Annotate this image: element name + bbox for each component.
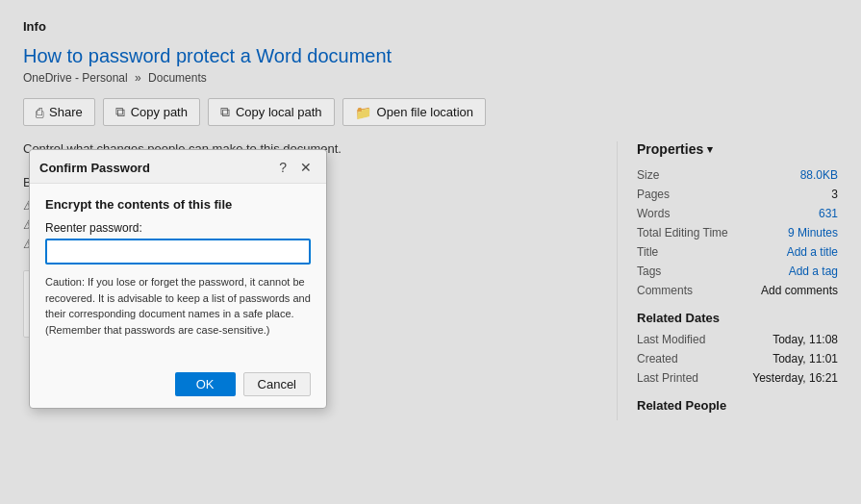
dialog-close-button[interactable]: ✕: [295, 158, 317, 177]
dialog-overlay: Confirm Password ? ✕ Encrypt the content…: [0, 0, 861, 504]
confirm-password-dialog: Confirm Password ? ✕ Encrypt the content…: [29, 149, 327, 409]
dialog-section-title: Encrypt the contents of this file: [45, 197, 311, 212]
dialog-body: Encrypt the contents of this file Reente…: [30, 184, 326, 365]
password-field-label: Reenter password:: [45, 221, 311, 235]
dialog-titlebar-buttons: ? ✕: [274, 158, 317, 177]
reenter-password-input[interactable]: [45, 239, 311, 265]
dialog-cancel-button[interactable]: Cancel: [243, 372, 311, 396]
dialog-ok-button[interactable]: OK: [175, 372, 236, 396]
dialog-help-button[interactable]: ?: [274, 158, 291, 177]
dialog-caution-text: Caution: If you lose or forget the passw…: [45, 274, 311, 338]
dialog-footer: OK Cancel: [30, 365, 326, 408]
dialog-title: Confirm Password: [39, 161, 150, 175]
main-container: Info How to password protect a Word docu…: [0, 0, 861, 504]
dialog-titlebar: Confirm Password ? ✕: [30, 150, 326, 184]
